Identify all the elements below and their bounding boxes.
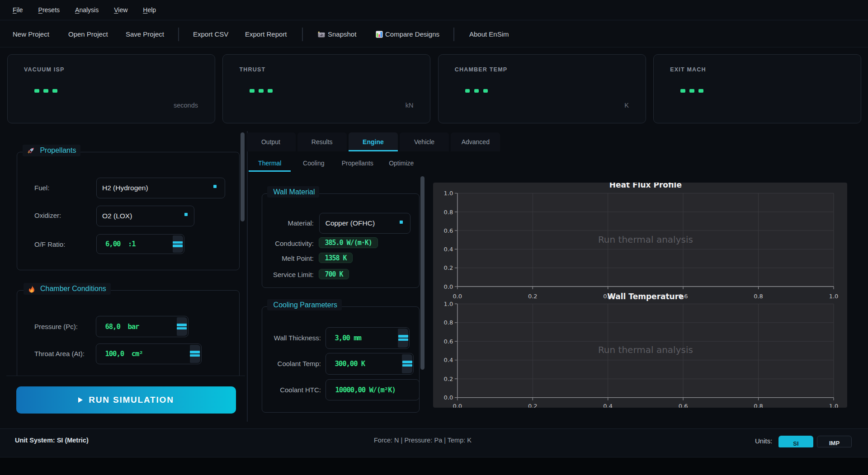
value-dash [474, 89, 479, 93]
run-area: RUN SIMULATION [6, 376, 245, 422]
group-title-text: Propellants [40, 146, 76, 155]
material-combobox[interactable]: Copper (OFHC) [319, 213, 410, 234]
conductivity-label: Conductivity: [253, 240, 314, 247]
fuel-combobox[interactable]: H2 (Hydrogen) [96, 178, 225, 198]
value-dash [698, 89, 703, 93]
fuel-label: Fuel: [34, 184, 49, 192]
metric-value [465, 88, 492, 94]
toolbar: New Project Open Project Save Project Ex… [0, 21, 868, 47]
subtab-thermal[interactable]: Thermal [249, 156, 291, 170]
tab-vehicle[interactable]: Vehicle [400, 132, 449, 151]
spin-buttons[interactable] [173, 235, 183, 253]
panel-divider[interactable] [247, 131, 248, 422]
metric-card-chamber-temp: CHAMBER TEMP K [438, 54, 646, 123]
save-project-button[interactable]: Save Project [126, 21, 164, 47]
rocket-icon [27, 147, 35, 155]
subtab-optimize[interactable]: Optimize [380, 156, 422, 170]
coolant-htc-spinbox[interactable]: 10000,00 W/(m²K) [326, 379, 420, 401]
active-tab-underline [349, 150, 398, 151]
svg-text:0.6: 0.6 [444, 338, 453, 345]
middle-panel-scrollbar[interactable] [420, 176, 425, 370]
si-units-button[interactable]: SI [778, 436, 813, 447]
of-ratio-label: O/F Ratio: [34, 240, 65, 248]
export-report-button[interactable]: Export Report [245, 21, 287, 47]
dropdown-indicator-icon [213, 185, 217, 188]
tab-results[interactable]: Results [297, 132, 347, 151]
left-panel-scrollbar[interactable] [241, 132, 245, 221]
coolant-htc-value: 10000,00 W/(m²K) [335, 380, 396, 400]
value-dash [43, 89, 48, 93]
spin-up-icon [177, 324, 187, 326]
svg-text:0.4: 0.4 [444, 357, 453, 363]
fire-icon [28, 285, 35, 293]
toolbar-separator [453, 28, 454, 41]
export-csv-button[interactable]: Export CSV [193, 21, 228, 47]
fuel-combobox-value: H2 (Hydrogen) [102, 178, 148, 198]
pressure-spinbox[interactable]: 68,0 bar [96, 316, 188, 337]
svg-text:1.0: 1.0 [444, 301, 453, 307]
tab-engine[interactable]: Engine [349, 132, 398, 151]
throat-area-spinbox[interactable]: 100,0 cm² [96, 343, 202, 364]
coolant-temp-spinbox[interactable]: 300,00 K [326, 353, 414, 375]
chamber-conditions-group-title: Chamber Conditions [24, 283, 111, 295]
svg-text:0.6: 0.6 [679, 403, 688, 408]
menu-analysis[interactable]: Analysis [67, 0, 106, 20]
pressure-value: 68,0 bar [105, 316, 139, 337]
coolant-temp-value: 300,00 K [335, 353, 365, 374]
material-combobox-value: Copper (OFHC) [326, 213, 375, 233]
metric-card-exit-mach: EXIT MACH [653, 54, 861, 123]
subtab-cooling[interactable]: Cooling [292, 156, 335, 170]
tab-output[interactable]: Output [246, 132, 296, 151]
svg-text:1.0: 1.0 [829, 293, 839, 300]
spin-down-icon [173, 245, 183, 247]
spin-buttons[interactable] [190, 345, 200, 363]
open-project-button[interactable]: Open Project [68, 21, 108, 47]
snapshot-button[interactable]: Snapshot [328, 21, 356, 47]
compare-designs-button[interactable]: Compare Designs [385, 21, 439, 47]
spin-down-icon [402, 364, 412, 367]
svg-text:0.2: 0.2 [444, 376, 453, 382]
dropdown-indicator-icon [184, 213, 188, 216]
about-ensim-button[interactable]: About EnSim [469, 21, 509, 47]
run-simulation-label: RUN SIMULATION [89, 395, 174, 405]
svg-text:0.0: 0.0 [444, 394, 453, 401]
tab-advanced[interactable]: Advanced [451, 132, 500, 151]
menu-file[interactable]: File [5, 0, 31, 20]
imp-units-button[interactable]: IMP [817, 436, 852, 447]
toolbar-separator [302, 28, 303, 41]
run-simulation-button[interactable]: RUN SIMULATION [16, 386, 236, 414]
propellants-group-title: Propellants [23, 145, 80, 156]
oxidizer-combobox[interactable]: O2 (LOX) [96, 206, 194, 226]
menu-help[interactable]: Help [135, 0, 164, 20]
spin-down-icon [398, 339, 408, 341]
svg-text:0.8: 0.8 [754, 293, 763, 300]
subtab-propellants[interactable]: Propellants [336, 156, 378, 170]
of-ratio-spinbox[interactable]: 6,00 :1 [96, 234, 184, 254]
wall-thickness-label: Wall Thickness: [253, 334, 321, 342]
spin-buttons[interactable] [398, 329, 408, 348]
svg-text:1.0: 1.0 [444, 190, 453, 197]
new-project-button[interactable]: New Project [13, 21, 49, 47]
svg-text:0.8: 0.8 [754, 403, 763, 408]
spin-buttons[interactable] [402, 354, 412, 373]
chart-panel: 0.00.20.40.60.81.00.00.20.40.60.81.0Heat… [433, 183, 847, 408]
dropdown-indicator-icon [400, 221, 403, 224]
toolbar-separator [178, 28, 179, 41]
group-title-text: Wall Material [274, 188, 315, 196]
menu-presets[interactable]: Presets [31, 0, 67, 20]
value-dash [680, 89, 685, 93]
thermal-charts: 0.00.20.40.60.81.00.00.20.40.60.81.0Heat… [433, 183, 847, 408]
value-dash [483, 89, 488, 93]
wall-thickness-spinbox[interactable]: 3,00 mm [326, 327, 410, 349]
play-icon [78, 397, 83, 403]
spin-buttons[interactable] [177, 317, 187, 336]
wall-thickness-value: 3,00 mm [335, 328, 361, 348]
svg-text:0.4: 0.4 [444, 246, 453, 253]
throat-area-value: 100,0 cm² [105, 344, 142, 364]
material-label: Material: [253, 219, 314, 227]
melt-point-label: Melt Point: [253, 254, 314, 262]
metric-unit: K [624, 102, 629, 109]
metric-card-thrust: THRUST kN [222, 54, 430, 123]
metric-label: CHAMBER TEMP [455, 66, 507, 73]
menu-view[interactable]: View [106, 0, 135, 20]
